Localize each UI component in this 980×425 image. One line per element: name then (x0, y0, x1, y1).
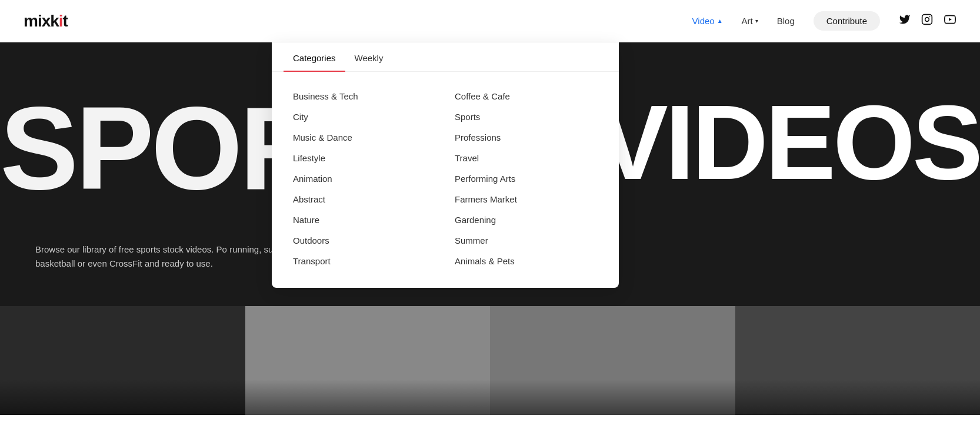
dropdown-col-right: Coffee & Cafe Sports Professions Travel … (445, 86, 607, 271)
logo-dot: i (59, 12, 63, 30)
dropdown-menu: Categories Weekly Business & Tech City M… (272, 42, 619, 288)
category-nature[interactable]: Nature (284, 210, 445, 230)
twitter-icon[interactable] (899, 14, 911, 28)
category-animals-pets[interactable]: Animals & Pets (445, 251, 607, 271)
category-gardening[interactable]: Gardening (445, 210, 607, 230)
logo[interactable]: mixkit (24, 12, 68, 31)
category-performing-arts[interactable]: Performing Arts (445, 168, 607, 189)
category-animation[interactable]: Animation (284, 168, 445, 189)
category-music-dance[interactable]: Music & Dance (284, 127, 445, 148)
thumb-gradient-3 (490, 380, 735, 415)
thumb-gradient-1 (0, 380, 245, 415)
contribute-button[interactable]: Contribute (814, 11, 880, 31)
social-icons (899, 14, 956, 28)
category-city[interactable]: City (284, 107, 445, 127)
dropdown-col-left: Business & Tech City Music & Dance Lifes… (284, 86, 445, 271)
svg-rect-0 (922, 15, 932, 25)
art-chevron-icon: ▾ (755, 18, 758, 24)
thumbnail-3[interactable] (490, 306, 735, 415)
tab-categories[interactable]: Categories (284, 42, 345, 71)
thumbnail-4[interactable] (735, 306, 981, 415)
category-abstract[interactable]: Abstract (284, 189, 445, 210)
category-farmers-market[interactable]: Farmers Market (445, 189, 607, 210)
main-nav: Video ▲ Art ▾ Blog Contribute (692, 11, 956, 31)
category-outdoors[interactable]: Outdoors (284, 230, 445, 251)
nav-blog[interactable]: Blog (777, 16, 795, 26)
hero-big-title-right: VIDEOS (598, 89, 980, 195)
thumb-gradient-2 (245, 380, 491, 415)
thumb-gradient-4 (735, 380, 981, 415)
thumbnail-2[interactable] (245, 306, 491, 415)
tab-weekly[interactable]: Weekly (345, 42, 393, 71)
category-business-tech[interactable]: Business & Tech (284, 86, 445, 107)
video-chevron-icon: ▲ (717, 18, 723, 24)
video-thumbnails (0, 306, 980, 415)
category-coffee-cafe[interactable]: Coffee & Cafe (445, 86, 607, 107)
category-sports[interactable]: Sports (445, 107, 607, 127)
svg-point-1 (925, 18, 929, 22)
instagram-icon[interactable] (921, 14, 933, 28)
svg-marker-3 (949, 18, 952, 21)
thumbnail-1[interactable] (0, 306, 245, 415)
nav-video[interactable]: Video ▲ (692, 16, 723, 26)
hero-text: Browse our library of free sports stock … (35, 78, 306, 271)
dropdown-content: Business & Tech City Music & Dance Lifes… (272, 72, 619, 288)
dropdown-tabs: Categories Weekly (272, 42, 619, 72)
category-lifestyle[interactable]: Lifestyle (284, 148, 445, 168)
youtube-icon[interactable] (944, 14, 956, 28)
nav-art[interactable]: Art ▾ (742, 16, 758, 26)
category-transport[interactable]: Transport (284, 251, 445, 271)
header: mixkit Video ▲ Art ▾ Blog Contribute (0, 0, 980, 42)
category-travel[interactable]: Travel (445, 148, 607, 168)
hero-description: Browse our library of free sports stock … (35, 243, 306, 271)
svg-point-2 (929, 16, 931, 18)
category-professions[interactable]: Professions (445, 127, 607, 148)
category-summer[interactable]: Summer (445, 230, 607, 251)
